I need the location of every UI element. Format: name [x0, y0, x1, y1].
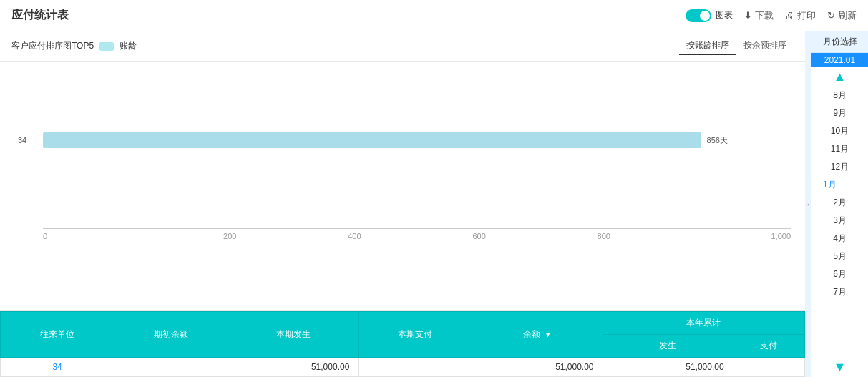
col-occur: 本期发生 — [228, 312, 359, 358]
chart-canvas: 34 856天 0 200 400 600 800 1,000 — [0, 62, 805, 310]
x-tick-600: 600 — [417, 229, 542, 240]
bar-y-label: 34 — [18, 136, 26, 145]
cell-balance: 51,000.00 — [472, 358, 603, 377]
sort-by-balance-button[interactable]: 按余额排序 — [736, 37, 794, 55]
table-row: 34 51,000.00 51,000.00 51,000.00 — [1, 358, 805, 377]
legend-text: 客户应付排序图TOP5 — [11, 40, 94, 52]
cell-unit: 34 — [1, 358, 114, 377]
cell-occur: 51,000.00 — [228, 358, 359, 377]
chart-sort-buttons: 按账龄排序 按余额排序 — [679, 37, 794, 55]
year-marker-row: 2023 1月 — [811, 176, 868, 194]
print-button[interactable]: 🖨 打印 — [785, 9, 816, 22]
chart-toggle-label: 图表 — [716, 9, 733, 21]
chart-bar-row: 34 856天 — [43, 126, 791, 155]
cell-ytd-pay — [733, 358, 804, 377]
chart-toggle[interactable] — [686, 9, 711, 22]
sidebar-year-input[interactable]: 2021.01 — [811, 53, 868, 67]
col-unit: 往来单位 — [1, 312, 114, 358]
x-tick-200: 200 — [167, 229, 292, 240]
bar-fill — [43, 132, 701, 148]
sidebar-down-arrow[interactable]: ▼ — [811, 358, 868, 377]
chart-legend: 客户应付排序图TOP5 账龄 — [11, 40, 137, 52]
sidebar-month-9[interactable]: 9月 — [811, 104, 868, 122]
sidebar-month-2[interactable]: 2月 — [811, 194, 868, 212]
header: 应付统计表 图表 ⬇ 下载 🖨 打印 ↻ 刷新 — [0, 0, 868, 31]
cell-pay — [359, 358, 472, 377]
download-button[interactable]: ⬇ 下载 — [744, 9, 774, 22]
chart-toolbar: 客户应付排序图TOP5 账龄 按账龄排序 按余额排序 — [0, 31, 805, 62]
page-title: 应付统计表 — [11, 8, 69, 23]
refresh-icon: ↻ — [827, 10, 835, 21]
x-tick-1000: 1,000 — [666, 229, 791, 240]
x-tick-400: 400 — [292, 229, 416, 240]
sidebar-month-11[interactable]: 11月 — [811, 140, 868, 158]
chart-section: 客户应付排序图TOP5 账龄 按账龄排序 按余额排序 34 856天 — [0, 31, 805, 377]
sidebar: 月份选择 2021.01 ▲ 8月 9月 10月 11月 12月 2023 1月… — [811, 31, 868, 377]
chart-inner: 34 856天 0 200 400 600 800 1,000 — [43, 69, 791, 240]
table-section: 往来单位 期初余额 本期发生 本期支付 余额 ▼ 本年累计 发生 — [0, 310, 805, 377]
col-balance: 余额 ▼ — [472, 312, 603, 358]
chart-toggle-group: 图表 — [686, 9, 733, 22]
cell-ytd-occur: 51,000.00 — [603, 358, 733, 377]
sidebar-header: 月份选择 — [811, 31, 868, 53]
chevron-down-icon: ▼ — [834, 360, 847, 374]
print-icon: 🖨 — [785, 10, 794, 21]
x-axis: 0 200 400 600 800 1,000 — [43, 228, 791, 240]
sidebar-month-3[interactable]: 3月 — [811, 212, 868, 230]
sidebar-up-arrow[interactable]: ▲ — [811, 67, 868, 87]
sidebar-month-12[interactable]: 12月 — [811, 158, 868, 176]
cell-opening — [114, 358, 228, 377]
sidebar-month-1[interactable]: 1月 — [817, 176, 842, 194]
refresh-button[interactable]: ↻ 刷新 — [827, 9, 857, 22]
sidebar-month-8[interactable]: 8月 — [811, 87, 868, 104]
sidebar-months: 8月 9月 10月 11月 12月 2023 1月 2月 3月 4月 5月 6月… — [811, 87, 868, 358]
chevron-up-icon: ▲ — [834, 69, 847, 84]
col-pay: 本期支付 — [359, 312, 472, 358]
sidebar-month-4[interactable]: 4月 — [811, 230, 868, 248]
sort-by-age-button[interactable]: 按账龄排序 — [679, 37, 736, 55]
sidebar-month-7[interactable]: 7月 — [811, 283, 868, 301]
x-tick-0: 0 — [43, 229, 167, 240]
balance-sort-icon: ▼ — [545, 331, 552, 338]
legend-color-box — [99, 42, 114, 51]
x-tick-800: 800 — [542, 229, 666, 240]
col-ytd-occur: 发生 — [603, 335, 733, 358]
sidebar-month-10[interactable]: 10月 — [811, 122, 868, 140]
header-actions: 图表 ⬇ 下载 🖨 打印 ↻ 刷新 — [686, 9, 857, 22]
resize-handle[interactable]: ··· — [805, 31, 811, 377]
col-ytd: 本年累计 — [603, 312, 804, 335]
unit-link[interactable]: 34 — [52, 362, 62, 372]
download-icon: ⬇ — [744, 10, 752, 21]
main-area: 客户应付排序图TOP5 账龄 按账龄排序 按余额排序 34 856天 — [0, 31, 868, 377]
sidebar-month-6[interactable]: 6月 — [811, 265, 868, 283]
col-opening: 期初余额 — [114, 312, 228, 358]
legend-color-label: 账龄 — [120, 40, 137, 52]
bar-end-label: 856天 — [707, 135, 728, 146]
sidebar-month-5[interactable]: 5月 — [811, 248, 868, 265]
data-table: 往来单位 期初余额 本期发生 本期支付 余额 ▼ 本年累计 发生 — [0, 311, 805, 377]
col-ytd-pay: 支付 — [733, 335, 804, 358]
